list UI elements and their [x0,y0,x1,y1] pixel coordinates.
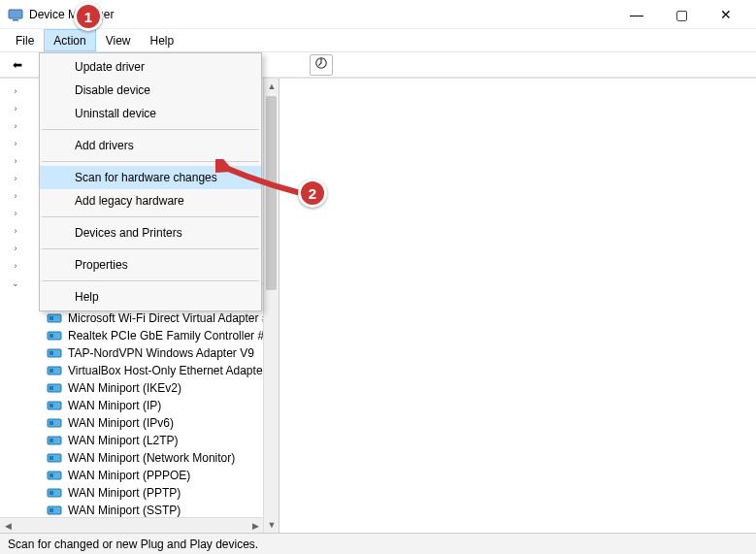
svg-rect-8 [49,334,53,338]
network-adapter-icon [47,310,62,326]
menu-view[interactable]: View [96,29,141,51]
menu-separator [42,129,259,130]
menu-separator [42,280,259,281]
tree-device-label: Realtek PCIe GbE Family Controller #2 [66,327,273,344]
titlebar: Device Manager — ▢ ✕ [0,0,756,29]
menu-properties[interactable]: Properties [40,253,261,277]
svg-rect-10 [49,351,53,355]
svg-rect-6 [49,316,53,320]
network-adapter-icon [47,503,62,518]
menu-add-drivers[interactable]: Add drivers [40,134,261,157]
back-button[interactable]: ⬅ [6,54,29,76]
tree-device-label: WAN Miniport (IPv6) [66,414,176,432]
tree-device-row[interactable]: WAN Miniport (IP) [6,397,279,414]
tree-device-row[interactable]: WAN Miniport (PPTP) [6,484,279,502]
chevron-right-icon: › [10,205,21,222]
tree-device-row[interactable]: Microsoft Wi-Fi Direct Virtual Adapter #… [6,310,279,327]
app-icon [8,7,23,22]
network-adapter-icon [47,345,62,361]
chevron-right-icon: › [10,170,21,187]
status-bar: Scan for changed or new Plug and Play de… [0,533,756,554]
tree-device-row[interactable]: TAP-NordVPN Windows Adapter V9 [6,344,279,362]
minimize-button[interactable]: — [614,0,659,29]
tree-device-label: WAN Miniport (Network Monitor) [66,449,237,467]
svg-rect-1 [13,19,18,21]
svg-rect-16 [49,404,53,407]
network-adapter-icon [47,468,62,483]
chevron-right-icon: › [10,117,21,135]
close-button[interactable]: ✕ [704,0,748,29]
tree-device-label: WAN Miniport (L2TP) [66,432,181,449]
tree-device-row[interactable]: Realtek PCIe GbE Family Controller #2 [6,327,279,344]
window-controls: — ▢ ✕ [614,0,748,29]
vertical-scrollbar[interactable]: ▲ ▼ [263,79,279,533]
menu-uninstall-device[interactable]: Uninstall device [40,102,261,125]
svg-rect-14 [49,386,53,390]
menubar: File Action View Help [0,29,756,52]
tree-device-row[interactable]: WAN Miniport (PPPOE) [6,467,279,484]
tree-device-row[interactable]: VirtualBox Host-Only Ethernet Adapter [6,362,279,379]
network-adapter-icon [47,450,62,466]
network-adapter-icon [47,363,62,378]
chevron-right-icon: › [10,222,21,240]
scan-icon [314,56,328,73]
chevron-down-icon: ⌄ [10,275,21,292]
network-adapter-icon [47,433,62,448]
menu-disable-device[interactable]: Disable device [40,79,261,102]
svg-rect-0 [9,10,22,18]
arrow-left-icon: ⬅ [13,58,22,72]
details-pane [279,79,756,533]
menu-update-driver[interactable]: Update driver [40,55,261,79]
menu-help[interactable]: Help [141,29,184,51]
scroll-right-icon[interactable]: ▶ [247,518,263,533]
network-adapter-icon [47,415,62,431]
network-adapter-icon [47,398,62,413]
chevron-right-icon: › [10,100,21,117]
svg-rect-26 [49,491,53,495]
tree-device-row[interactable]: WAN Miniport (Network Monitor) [6,449,279,467]
tree-device-label: Microsoft Wi-Fi Direct Virtual Adapter #… [66,310,277,327]
tree-device-label: WAN Miniport (PPPOE) [66,467,192,484]
chevron-right-icon: › [10,82,21,100]
maximize-button[interactable]: ▢ [659,0,704,29]
menu-action[interactable]: Action [44,29,95,51]
scroll-left-icon[interactable]: ◀ [0,518,16,533]
svg-rect-24 [49,473,53,477]
svg-rect-18 [49,421,53,425]
svg-rect-22 [49,456,53,460]
menu-file[interactable]: File [6,29,44,51]
menu-separator [42,248,259,249]
tree-device-row[interactable]: WAN Miniport (IPv6) [6,414,279,432]
annotation-badge-1: 1 [74,2,103,31]
tree-device-label: WAN Miniport (IP) [66,397,163,414]
svg-rect-28 [49,508,53,512]
network-adapter-icon [47,380,62,396]
chevron-right-icon: › [10,187,21,205]
network-adapter-icon [47,485,62,501]
menu-separator [42,216,259,217]
chevron-right-icon: › [10,240,21,257]
status-text: Scan for changed or new Plug and Play de… [8,538,258,551]
tree-device-label: TAP-NordVPN Windows Adapter V9 [66,344,256,362]
scroll-down-icon[interactable]: ▼ [264,517,279,533]
tree-device-label: VirtualBox Host-Only Ethernet Adapter [66,362,269,379]
svg-rect-20 [49,439,53,442]
chevron-right-icon: › [10,257,21,275]
svg-rect-12 [49,369,53,373]
tree-device-row[interactable]: WAN Miniport (L2TP) [6,432,279,449]
chevron-right-icon: › [10,135,21,152]
chevron-right-icon: › [10,152,21,170]
tree-device-label: WAN Miniport (IKEv2) [66,379,183,397]
network-adapter-icon [47,328,62,343]
menu-devices-printers[interactable]: Devices and Printers [40,221,261,244]
tree-device-label: WAN Miniport (PPTP) [66,484,182,502]
scroll-up-icon[interactable]: ▲ [264,79,279,94]
tree-device-row[interactable]: WAN Miniport (IKEv2) [6,379,279,397]
scan-button[interactable] [310,54,333,76]
horizontal-scrollbar[interactable]: ◀ ▶ [0,517,263,533]
annotation-badge-2: 2 [298,179,327,208]
menu-help[interactable]: Help [40,285,261,309]
